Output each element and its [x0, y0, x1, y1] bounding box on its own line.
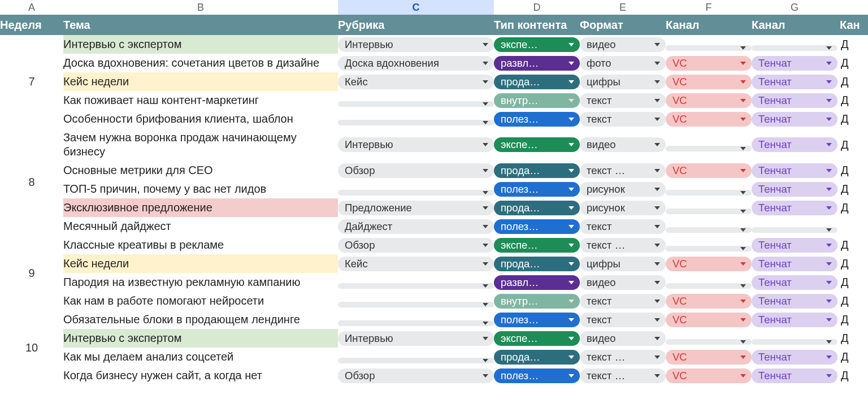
format-cell[interactable]: видео — [580, 273, 666, 292]
type-cell[interactable]: развл… — [494, 273, 580, 292]
format-cell[interactable]: рисунок — [580, 180, 666, 198]
empty-cell[interactable] — [494, 385, 580, 399]
dropdown-channel1[interactable]: VC — [666, 368, 752, 383]
topic-cell[interactable]: Кейс недели — [63, 72, 338, 91]
channel1-cell[interactable] — [666, 198, 752, 217]
dropdown-channel1[interactable] — [666, 339, 752, 345]
rubric-cell[interactable]: Дайджест — [338, 217, 494, 236]
type-cell[interactable]: прода… — [494, 254, 580, 273]
channel3-cell[interactable]: Д — [837, 198, 868, 217]
type-cell[interactable]: прода… — [494, 348, 580, 366]
dropdown-channel1[interactable]: VC — [666, 163, 752, 178]
type-cell[interactable]: развл… — [494, 54, 580, 72]
dropdown-type[interactable]: полез… — [494, 219, 580, 234]
format-cell[interactable]: текст … — [580, 236, 666, 254]
channel3-cell[interactable]: Д — [837, 35, 868, 54]
header-topic[interactable]: Тема — [63, 15, 338, 35]
dropdown-format[interactable]: рисунок — [580, 201, 666, 215]
topic-cell[interactable]: Доска вдохновения: сочетания цветов в ди… — [63, 54, 338, 72]
channel1-cell[interactable]: VC — [666, 161, 752, 180]
dropdown-channel2[interactable]: Тенчат — [752, 350, 837, 365]
channel1-cell[interactable] — [666, 217, 752, 236]
rubric-cell[interactable] — [338, 110, 494, 128]
channel2-cell[interactable]: Тенчат — [752, 72, 837, 91]
dropdown-rubric[interactable]: Обзор — [338, 368, 494, 383]
col-header-B[interactable]: B — [63, 0, 338, 15]
week-number[interactable]: 7 — [0, 35, 63, 128]
dropdown-channel2[interactable]: Тенчат — [752, 201, 837, 215]
channel2-cell[interactable]: Тенчат — [752, 161, 837, 180]
format-cell[interactable]: текст — [580, 310, 666, 329]
dropdown-rubric[interactable] — [338, 101, 494, 107]
format-cell[interactable]: рисунок — [580, 198, 666, 217]
col-header-A[interactable]: A — [0, 0, 63, 15]
dropdown-channel1[interactable] — [666, 45, 752, 51]
channel2-cell[interactable]: Тенчат — [752, 254, 837, 273]
dropdown-type[interactable]: прода… — [494, 350, 580, 365]
dropdown-rubric[interactable]: Дайджест — [338, 219, 494, 234]
dropdown-channel1[interactable]: VC — [666, 257, 752, 271]
dropdown-channel1[interactable]: VC — [666, 93, 752, 108]
dropdown-channel2[interactable]: Тенчат — [752, 368, 837, 383]
dropdown-channel1[interactable]: VC — [666, 294, 752, 309]
dropdown-channel2[interactable] — [752, 45, 837, 51]
dropdown-format[interactable]: видео — [580, 275, 666, 290]
dropdown-rubric[interactable] — [338, 283, 494, 289]
channel2-cell[interactable] — [752, 35, 837, 54]
channel2-cell[interactable]: Тенчат — [752, 198, 837, 217]
channel1-cell[interactable]: VC — [666, 348, 752, 366]
type-cell[interactable]: прода… — [494, 198, 580, 217]
rubric-cell[interactable] — [338, 310, 494, 329]
type-cell[interactable]: экспе… — [494, 128, 580, 161]
dropdown-channel1[interactable] — [666, 227, 752, 233]
dropdown-channel2[interactable]: Тенчат — [752, 163, 837, 178]
type-cell[interactable]: полез… — [494, 366, 580, 385]
channel1-cell[interactable]: VC — [666, 54, 752, 72]
dropdown-channel2[interactable]: Тенчат — [752, 257, 837, 271]
dropdown-type[interactable]: полез… — [494, 182, 580, 197]
channel3-cell[interactable]: Д — [837, 236, 868, 254]
dropdown-channel1[interactable] — [666, 190, 752, 196]
dropdown-format[interactable]: текст — [580, 294, 666, 309]
dropdown-rubric[interactable] — [338, 120, 494, 125]
dropdown-type[interactable]: прода… — [494, 163, 580, 178]
channel3-cell[interactable]: Д — [837, 348, 868, 366]
channel2-cell[interactable]: Тенчат — [752, 366, 837, 385]
topic-cell[interactable]: Особенности брифования клиента, шаблон — [63, 110, 338, 128]
channel1-cell[interactable]: VC — [666, 310, 752, 329]
topic-cell[interactable]: Когда бизнесу нужен сайт, а когда нет — [63, 366, 338, 385]
dropdown-rubric[interactable]: Предложение — [338, 201, 494, 215]
channel3-cell[interactable]: Д — [837, 254, 868, 273]
topic-cell[interactable]: ТОП-5 причин, почему у вас нет лидов — [63, 180, 338, 198]
dropdown-rubric[interactable] — [338, 358, 494, 363]
rubric-cell[interactable] — [338, 180, 494, 198]
type-cell[interactable]: экспе… — [494, 236, 580, 254]
dropdown-channel2[interactable]: Тенчат — [752, 294, 837, 309]
rubric-cell[interactable]: Обзор — [338, 161, 494, 180]
dropdown-rubric[interactable] — [338, 190, 494, 196]
channel1-cell[interactable]: VC — [666, 72, 752, 91]
dropdown-type[interactable]: внутр… — [494, 93, 580, 108]
col-header-H[interactable] — [837, 0, 868, 15]
dropdown-type[interactable]: прода… — [494, 201, 580, 215]
dropdown-channel1[interactable]: VC — [666, 56, 752, 71]
channel2-cell[interactable]: Тенчат — [752, 236, 837, 254]
dropdown-rubric[interactable]: Интервью — [338, 37, 494, 52]
channel1-cell[interactable] — [666, 273, 752, 292]
type-cell[interactable]: полез… — [494, 310, 580, 329]
channel2-cell[interactable]: Тенчат — [752, 292, 837, 310]
dropdown-channel2[interactable]: Тенчат — [752, 275, 837, 290]
format-cell[interactable]: цифры — [580, 72, 666, 91]
channel3-cell[interactable]: Д — [837, 161, 868, 180]
dropdown-rubric[interactable]: Интервью — [338, 331, 494, 346]
topic-cell[interactable]: Как мы делаем анализ соцсетей — [63, 348, 338, 366]
channel2-cell[interactable]: Тенчат — [752, 54, 837, 72]
dropdown-channel1[interactable]: VC — [666, 313, 752, 327]
empty-cell[interactable] — [752, 385, 837, 399]
week-number[interactable]: 10 — [0, 310, 63, 385]
channel1-cell[interactable]: VC — [666, 110, 752, 128]
dropdown-format[interactable]: цифры — [580, 75, 666, 89]
rubric-cell[interactable] — [338, 91, 494, 110]
dropdown-format[interactable]: текст — [580, 219, 666, 234]
channel1-cell[interactable]: VC — [666, 366, 752, 385]
